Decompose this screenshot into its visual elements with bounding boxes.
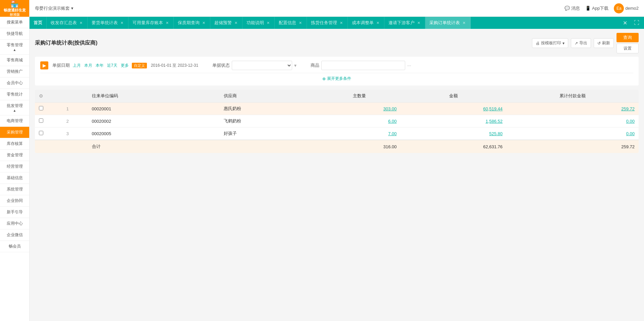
- nav-tab-overstock-alert[interactable]: 超储预警✕: [210, 17, 243, 29]
- nav-tab-purchase-stat[interactable]: 采购订单统计表✕: [425, 17, 471, 29]
- th-supplier-code: 往来单位编码: [88, 90, 220, 103]
- app-download-btn[interactable]: 📱 App下载: [585, 5, 608, 11]
- th-amount: 金额: [401, 90, 507, 103]
- nav-tab-goods-stat[interactable]: 要货单统计表✕: [88, 17, 128, 29]
- status-select[interactable]: [232, 61, 292, 70]
- table-footer-row: 合计 316.00 62,631.76 259.72: [35, 140, 639, 153]
- nav-tab-home[interactable]: 首页: [30, 17, 47, 29]
- tab-close-receive-pay[interactable]: ✕: [79, 20, 83, 25]
- sidebar-item-purchase-mgmt[interactable]: 采购管理: [0, 127, 29, 138]
- page-title: 采购订单统计表(按供应商): [35, 40, 98, 47]
- goods-input[interactable]: [321, 61, 405, 70]
- tab-close-purchase-stat[interactable]: ✕: [462, 20, 466, 25]
- nav-tabs-actions: ✕ ⛶: [621, 19, 644, 27]
- topbar-right: 💬 消息 📱 App下载 Ea demo2: [565, 3, 639, 13]
- sidebar-item-label: 资金管理: [7, 152, 23, 158]
- main-qty-link[interactable]: 303.00: [383, 106, 397, 111]
- sidebar-item-enterprise-collab[interactable]: 企业协同: [0, 195, 29, 207]
- payment-link[interactable]: 0.00: [626, 131, 635, 136]
- row-checkbox[interactable]: [39, 131, 43, 135]
- more-date-btn[interactable]: 更多: [120, 62, 130, 69]
- sidebar-item-search[interactable]: 搜索菜单: [0, 17, 29, 28]
- sidebar-item-retail-mgmt[interactable]: 零售管理▲: [0, 40, 29, 55]
- sidebar-item-enterprise-wechat[interactable]: 企业微信: [0, 229, 29, 241]
- amount-link[interactable]: 1,586.52: [486, 119, 503, 124]
- nav-tab-feature-desc[interactable]: 功能说明✕: [243, 17, 275, 29]
- tab-close-cost-adjust[interactable]: ✕: [376, 20, 380, 25]
- sidebar-item-wholesale-mgmt[interactable]: 批发管理▲: [0, 100, 29, 115]
- sidebar-item-app-center[interactable]: 应用中心: [0, 218, 29, 229]
- nav-tab-invite-downstream[interactable]: 邀请下游客户✕: [384, 17, 425, 29]
- column-settings-icon[interactable]: ⚙: [39, 93, 43, 99]
- sidebar-item-system-mgmt[interactable]: 系统管理: [0, 184, 29, 195]
- nav-tab-pick-task[interactable]: 拣货任务管理✕: [307, 17, 348, 29]
- sidebar-item-label: 零售统计: [7, 92, 23, 97]
- message-btn[interactable]: 💬 消息: [565, 5, 580, 11]
- tab-close-config-info[interactable]: ✕: [298, 20, 303, 25]
- tab-label-invite-downstream: 邀请下游客户: [388, 20, 415, 26]
- query-button[interactable]: 查询: [616, 33, 639, 42]
- footer-label: 合计: [88, 140, 318, 153]
- last-7days-btn[interactable]: 近7天: [106, 62, 118, 69]
- row-checkbox-cell[interactable]: [35, 127, 47, 140]
- maximize-btn[interactable]: ⛶: [632, 19, 641, 26]
- footer-cumulative-payment: 259.72: [506, 140, 639, 153]
- close-tab-btn[interactable]: ✕: [621, 19, 629, 27]
- template-print-button[interactable]: 🖨 按模板打印 ▾: [532, 38, 568, 48]
- main-area: 母婴行业演示账套 ▾ 💬 消息 📱 App下载 Ea demo2 首页收发存汇总…: [30, 0, 644, 321]
- workspace-selector[interactable]: 母婴行业演示账套 ▾: [35, 5, 73, 11]
- sidebar-item-ecommerce[interactable]: 电商管理: [0, 115, 29, 127]
- main-qty-link[interactable]: 6.00: [388, 119, 396, 124]
- row-checkbox[interactable]: [39, 106, 43, 110]
- sidebar-item-basic-info[interactable]: 基础信息: [0, 172, 29, 184]
- tab-close-invite-downstream[interactable]: ✕: [417, 20, 421, 25]
- filter-expand-row: ⊕ 展开更多条件: [40, 73, 633, 82]
- tab-close-available-inventory[interactable]: ✕: [165, 20, 169, 25]
- sidebar-item-quick-nav[interactable]: 快捷导航: [0, 28, 29, 40]
- row-checkbox-cell[interactable]: [35, 103, 47, 115]
- row-checkbox-cell[interactable]: [35, 115, 47, 127]
- payment-link[interactable]: 259.72: [621, 106, 635, 111]
- table-row: 3 00020005 好孩子 7.00 525.80 0.00: [35, 127, 639, 140]
- last-month-btn[interactable]: 上月: [72, 62, 82, 69]
- expand-more-button[interactable]: ⊕ 展开更多条件: [322, 76, 351, 82]
- tab-close-pick-task[interactable]: ✕: [339, 20, 343, 25]
- sidebar-item-label: 搜索菜单: [7, 19, 23, 25]
- nav-tab-receive-pay[interactable]: 收发存汇总表✕: [47, 17, 88, 29]
- row-main-qty: 303.00: [318, 103, 400, 115]
- tab-close-overstock-alert[interactable]: ✕: [234, 20, 238, 25]
- nav-tab-config-info[interactable]: 配置信息✕: [275, 17, 307, 29]
- user-menu[interactable]: Ea demo2: [614, 3, 639, 13]
- sidebar-item-finance-mgmt[interactable]: 资金管理: [0, 150, 29, 161]
- footer-amount: 62,631.76: [401, 140, 507, 153]
- nav-tab-expiry-query[interactable]: 保质期查询✕: [174, 17, 210, 29]
- tab-close-feature-desc[interactable]: ✕: [266, 20, 270, 25]
- tab-close-goods-stat[interactable]: ✕: [120, 20, 124, 25]
- custom-date-tag[interactable]: 自定义: [132, 63, 147, 68]
- amount-link[interactable]: 525.80: [489, 131, 503, 136]
- this-month-btn[interactable]: 本月: [83, 62, 93, 69]
- sidebar-item-member-center[interactable]: 会员中心: [0, 77, 29, 89]
- sidebar-item-retail-mall[interactable]: 零售商城: [0, 55, 29, 66]
- export-button[interactable]: ↗ 导出: [571, 38, 591, 48]
- goods-more-icon[interactable]: ···: [407, 63, 411, 68]
- settings-button[interactable]: 设置: [616, 44, 639, 53]
- sidebar-item-marketing[interactable]: 营销推广: [0, 66, 29, 77]
- sidebar-item-inventory-check[interactable]: 库存核算: [0, 138, 29, 150]
- this-year-btn[interactable]: 本年: [95, 62, 105, 69]
- nav-tab-available-inventory[interactable]: 可用量库存账本✕: [128, 17, 174, 29]
- amount-link[interactable]: 60,519.44: [483, 106, 502, 111]
- tab-close-expiry-query[interactable]: ✕: [202, 20, 206, 25]
- export-icon: ↗: [575, 41, 578, 46]
- sidebar-item-new-guide[interactable]: 新手引导: [0, 207, 29, 218]
- row-checkbox[interactable]: [39, 118, 43, 123]
- nav-tab-cost-adjust[interactable]: 成本调整单✕: [348, 17, 384, 29]
- payment-link[interactable]: 0.00: [626, 119, 635, 124]
- nav-tabs: 首页收发存汇总表✕要货单统计表✕可用量库存账本✕保质期查询✕超储预警✕功能说明✕…: [30, 17, 644, 29]
- main-qty-link[interactable]: 7.00: [388, 131, 396, 136]
- refresh-button[interactable]: ↺ 刷新: [594, 38, 614, 48]
- sidebar-item-member-club[interactable]: 畅会员: [0, 241, 29, 252]
- sidebar-item-retail-stat[interactable]: 零售统计: [0, 89, 29, 100]
- filter-toggle-button[interactable]: ▶: [40, 61, 48, 69]
- sidebar-item-operation-mgmt[interactable]: 经营管理: [0, 161, 29, 172]
